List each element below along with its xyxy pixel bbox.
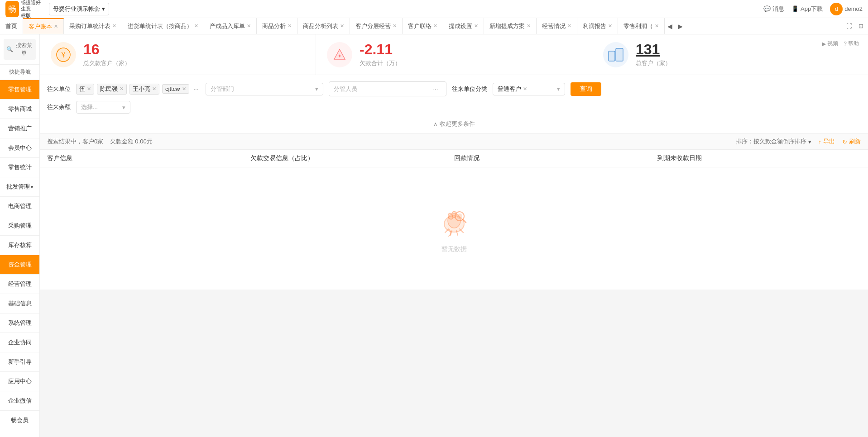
close-icon[interactable]: ✕ [567, 23, 571, 29]
close-icon[interactable]: ✕ [655, 23, 659, 29]
svg-text:✦: ✦ [337, 53, 342, 59]
remove-tag-wang[interactable]: ✕ [152, 86, 156, 92]
results-summary: 搜索结果中，客户0家 欠款金额 0.00元 [47, 138, 153, 146]
tab-accounts[interactable]: 客户账本 ✕ [23, 18, 64, 34]
sidebar-item-inventory[interactable]: 库存核算 [0, 236, 39, 255]
tab-product-analysis[interactable]: 商品分析 ✕ [257, 18, 297, 34]
help-button[interactable]: ? 帮助 [844, 40, 859, 48]
tab-scroll-left[interactable]: ◀ [665, 18, 675, 34]
export-icon: ↑ [819, 138, 822, 145]
tab-customer-contact[interactable]: 客户联络 ✕ [403, 18, 443, 34]
tab-home[interactable]: 首页 [0, 18, 23, 34]
user-profile-button[interactable]: d demo2 [830, 3, 863, 15]
tab-retail-profit[interactable]: 零售利润（ ✕ [618, 18, 665, 34]
close-icon[interactable]: ✕ [54, 24, 58, 29]
sidebar-item-purchase[interactable]: 采购管理 [0, 216, 39, 236]
search-icon: 🔍 [6, 46, 13, 52]
tab-fullscreen-button[interactable]: ⛶ [844, 22, 855, 30]
remove-tag-cjttcw[interactable]: ✕ [182, 86, 186, 92]
person-more-btn[interactable]: ··· [430, 84, 442, 94]
tab-product-analysis-list[interactable]: 商品分析列表 ✕ [297, 18, 350, 34]
close-icon[interactable]: ✕ [194, 23, 198, 29]
export-button[interactable]: ↑ 导出 [819, 138, 835, 146]
tab-scroll-right[interactable]: ▶ [675, 18, 686, 34]
results-bar: 搜索结果中，客户0家 欠款金额 0.00元 排序：按欠款金额倒序排序 ▾ ↑ 导… [40, 134, 868, 150]
sidebar-search-area: 🔍 搜索菜单 [0, 34, 39, 65]
close-icon[interactable]: ✕ [247, 23, 251, 29]
close-icon[interactable]: ✕ [527, 23, 531, 29]
results-sort-select[interactable]: 排序：按欠款金额倒序排序 ▾ [736, 138, 811, 146]
close-icon[interactable]: ✕ [608, 23, 612, 29]
close-icon[interactable]: ✕ [112, 23, 116, 29]
dept-filter-select[interactable]: 分管部门 ▾ [206, 83, 323, 95]
person-filter-select[interactable]: 分管人员 ··· [329, 81, 446, 96]
logo-area: 畅 畅捷通好生意 标版 [5, 0, 45, 19]
more-tags-button[interactable]: ··· [192, 85, 201, 93]
sidebar-item-member-vip[interactable]: 畅会员 [0, 411, 39, 430]
avatar: d [830, 3, 843, 15]
main-layout: 🔍 搜索菜单 快捷导航 零售管理 零售商城 营销推广 会员中心 零售统计 批发管… [0, 34, 868, 437]
close-icon[interactable]: ✕ [340, 23, 344, 29]
table-header-debt-info: 欠款交易信息（占比） [250, 154, 454, 162]
sidebar-item-retail-stats[interactable]: 零售统计 [0, 158, 39, 177]
tab-actions: ⛶ ⊡ [844, 18, 868, 34]
app-download-button[interactable]: 📱 App下载 [791, 5, 823, 13]
play-icon: ▶ [822, 41, 826, 47]
topbar-left: 畅 畅捷通好生意 标版 母婴行业演示帐套 ▾ [5, 0, 109, 19]
sidebar-item-wholesale[interactable]: 批发管理 ▾ [0, 177, 39, 197]
sidebar-item-enterprise-wechat[interactable]: 企业微信 [0, 391, 39, 411]
sidebar-item-retail[interactable]: 零售管理 [0, 80, 39, 100]
filter-area: 往来单位 伍 ✕ 陈民强 ✕ 王小亮 ✕ cjttcw [40, 75, 868, 134]
sidebar-item-basic-info[interactable]: 基础信息 [0, 294, 39, 314]
sidebar-item-new-guide[interactable]: 新手引导 [0, 352, 39, 372]
table-header-customer: 客户信息 [47, 154, 250, 162]
sidebar: 🔍 搜索菜单 快捷导航 零售管理 零售商城 营销推广 会员中心 零售统计 批发管… [0, 34, 40, 437]
sidebar-item-enterprise[interactable]: 企业协同 [0, 333, 39, 352]
account-selector[interactable]: 母婴行业演示帐套 ▾ [49, 3, 109, 15]
tab-operation[interactable]: 经营情况 ✕ [537, 18, 577, 34]
tab-new-raise[interactable]: 新增提成方案 ✕ [484, 18, 537, 34]
tab-raise-settings[interactable]: 提成设置 ✕ [443, 18, 484, 34]
sidebar-item-marketing[interactable]: 营销推广 [0, 119, 39, 138]
tab-customer-tier[interactable]: 客户分层经营 ✕ [350, 18, 403, 34]
sidebar-item-operation[interactable]: 经营管理 [0, 275, 39, 294]
table-header: 客户信息 欠款交易信息（占比） 回款情况 到期未收款日期 [40, 150, 868, 167]
close-icon[interactable]: ✕ [393, 23, 397, 29]
filter-row-1: 往来单位 伍 ✕ 陈民强 ✕ 王小亮 ✕ cjttcw [47, 81, 861, 96]
message-button[interactable]: 💬 消息 [763, 5, 784, 13]
topbar-right: 💬 消息 📱 App下载 d demo2 [763, 3, 863, 15]
stat-icon-clients [603, 42, 628, 67]
svg-rect-5 [616, 48, 623, 61]
empty-state-illustration [436, 204, 472, 240]
close-icon[interactable]: ✕ [474, 23, 478, 29]
sidebar-item-app-center[interactable]: 应用中心 [0, 372, 39, 391]
close-icon[interactable]: ✕ [288, 23, 292, 29]
chevron-up-icon: ∧ [433, 121, 438, 128]
sidebar-item-capital[interactable]: 资金管理 [0, 255, 39, 275]
remainder-select[interactable]: 选择... ▾ [76, 101, 130, 114]
stat-value-customers: 16 [83, 42, 130, 57]
sidebar-item-system[interactable]: 系统管理 [0, 314, 39, 333]
refresh-button[interactable]: ↻ 刷新 [842, 138, 861, 146]
tab-purchase-order[interactable]: 采购订单统计表 ✕ [64, 18, 122, 34]
remove-tag-normal[interactable]: ✕ [523, 86, 527, 92]
sidebar-item-member[interactable]: 会员中心 [0, 138, 39, 158]
tab-profit-report[interactable]: 利润报告 ✕ [577, 18, 618, 34]
video-help-button[interactable]: ▶ 视频 [822, 40, 838, 48]
sidebar-quick-nav[interactable]: 快捷导航 [0, 65, 39, 80]
search-menu-button[interactable]: 🔍 搜索菜单 [4, 39, 36, 60]
close-icon[interactable]: ✕ [433, 23, 437, 29]
sidebar-item-retail-shop[interactable]: 零售商城 [0, 100, 39, 119]
stat-icon-customers: ¥ [51, 42, 76, 67]
chevron-down-icon: ▾ [102, 5, 105, 12]
filter-tag-chen: 陈民强 ✕ [97, 84, 127, 95]
collapse-filter-button[interactable]: ∧ 收起更多条件 [47, 118, 861, 130]
sidebar-item-ecommerce[interactable]: 电商管理 [0, 197, 39, 216]
query-button[interactable]: 查询 [571, 82, 601, 96]
remove-tag-chen[interactable]: ✕ [120, 86, 124, 92]
remove-tag-wu[interactable]: ✕ [87, 86, 91, 92]
tab-restore-button[interactable]: ⊡ [856, 22, 866, 30]
tab-production[interactable]: 产成品入库单 ✕ [204, 18, 257, 34]
unit-classify-select[interactable]: 普通客户 ✕ ▾ [493, 83, 565, 95]
tab-import-stats[interactable]: 进货单统计表（按商品） ✕ [122, 18, 204, 34]
